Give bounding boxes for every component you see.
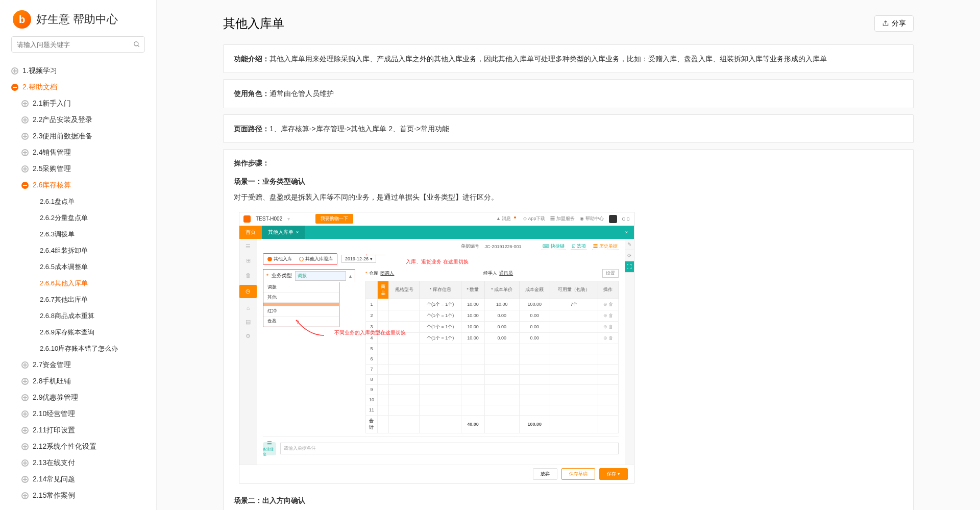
intro-text: 其他入库单用来处理除采购入库、产成品入库之外的其他入库业务，因此其他入库单可处理… [270, 55, 827, 63]
svg-point-0 [134, 42, 138, 46]
page-title: 其他入库单 [223, 15, 284, 32]
search-icon [133, 41, 140, 48]
main-content: 其他入库单 分享 功能介绍：其他入库单用来处理除采购入库、产成品入库之外的其他入… [157, 0, 980, 510]
doc-no-label: 单据编号 [461, 243, 479, 250]
nav-2-6-9[interactable]: 2.6.9库存账本查询 [11, 324, 145, 341]
app-topbar: TEST-H002 ▾ 我要购物一下 ▲ 消息 ◇ App下载 ☰ 加盟服务 ◉… [239, 212, 634, 226]
path-box: 页面路径：1、库存核算->库存管理->其他入库单 2、首页->常用功能 [223, 114, 914, 143]
nav-2-12[interactable]: 2.12系统个性化设置 [11, 439, 145, 455]
nav-2-13[interactable]: 2.13在线支付 [11, 455, 145, 471]
app-promo-button: 我要购物一下 [315, 214, 353, 224]
drop-item-2: 其他 [263, 293, 339, 303]
nav-2-10[interactable]: 2.10经营管理 [11, 406, 145, 422]
biz-type-input: 调拨 [295, 271, 346, 281]
side-icon-2: ⊞ [243, 256, 253, 265]
app-screenshot: TEST-H002 ▾ 我要购物一下 ▲ 消息 ◇ App下载 ☰ 加盟服务 ◉… [239, 212, 634, 483]
app-tab-active: 其他入库单 × [262, 226, 305, 239]
nav-2-6-2[interactable]: 2.6.2分量盘点单 [11, 210, 145, 226]
logo-text: 好生意 帮助中心 [36, 12, 118, 27]
annotation-text-2: 不同业务的入库类型在这里切换 [334, 329, 406, 336]
remark-row: ☰备注信息 请输入单据备注 [263, 436, 619, 460]
app-footer: 放弃 保存草稿 保存 ▾ [239, 465, 634, 483]
nav-2-6-7[interactable]: 2.6.7其他出库单 [11, 292, 145, 308]
app-menu-help: ◉ 帮助中心 [580, 215, 604, 222]
share-icon [882, 20, 889, 27]
radio-return: 其他入库退库 [299, 256, 333, 262]
app-user: C C [622, 216, 630, 222]
side-icon-7: ⚙ [243, 332, 253, 341]
nav-2-6[interactable]: 2.6库存核算 [11, 177, 145, 193]
app-tab-close: × [619, 226, 634, 239]
side-icon-3: 🗑 [243, 271, 253, 280]
annotation-arrow-1: ←――― [365, 252, 385, 257]
app-sidebar: ☰ ⊞ 🗑 ◷ ⌂ ▤ ⚙ [239, 239, 257, 465]
path-text: 1、库存核算->库存管理->其他入库单 2、首页->常用功能 [270, 125, 449, 133]
float-icon-2: ⟳ [625, 250, 634, 261]
app-menu-msg: ▲ 消息 [496, 215, 511, 222]
app-tab-home: 首页 [239, 226, 262, 239]
sidebar: b 好生意 帮助中心 1.视频学习 2.帮助文档 2.1新手入门 2.2产品安装… [0, 0, 157, 510]
annotation-text-1: 入库、退货业务 在这里切换 [406, 258, 469, 265]
role-box: 使用角色：通常由仓管人员维护 [223, 79, 914, 108]
path-label: 页面路径： [234, 125, 270, 133]
app-cancel-button: 放弃 [533, 468, 557, 480]
avatar-icon [609, 215, 617, 223]
action-history: ☰ 历史单据 [592, 243, 619, 250]
nav-video-learning[interactable]: 1.视频学习 [11, 63, 145, 79]
nav-2-3[interactable]: 2.3使用前数据准备 [11, 128, 145, 144]
search-input[interactable] [12, 37, 144, 52]
nav-2-6-1[interactable]: 2.6.1盘点单 [11, 193, 145, 210]
nav-2-14[interactable]: 2.14常见问题 [11, 471, 145, 488]
warehouse-field: *仓库 团调人 [365, 269, 395, 278]
nav-2-6-10[interactable]: 2.6.10库存账本错了怎么办 [11, 341, 145, 357]
radio-group-type: 其他入库 其他入库退库 [263, 253, 337, 265]
search-box[interactable] [11, 36, 145, 53]
app-main: 单据编号 JC-20191226-001 ⌨ 快捷键 ⊡ 选项 ☰ 历史单据 其… [257, 239, 625, 465]
nav-2-6-6[interactable]: 2.6.6其他入库单 [11, 275, 145, 292]
app-draft-button: 保存草稿 [561, 468, 595, 480]
close-icon: × [296, 230, 299, 235]
nav-2-5[interactable]: 2.5采购管理 [11, 161, 145, 177]
nav-2-6-5[interactable]: 2.6.5成本调整单 [11, 259, 145, 275]
scene2-title: 场景二：出入方向确认 [234, 496, 903, 505]
scene1-text: 对于受赠、盘盈或是拆装入库等不同的业务，是通过单据头【业务类型】进行区分。 [234, 190, 903, 204]
action-option: ⊡ 选项 [571, 243, 587, 250]
biz-type-field: *业务类型 调拨▴ [263, 269, 355, 282]
float-icon-1: ✎ [625, 239, 634, 250]
logo-row: b 好生意 帮助中心 [0, 10, 156, 36]
drop-item-1: 调拨 [263, 282, 339, 293]
share-button[interactable]: 分享 [874, 15, 914, 32]
nav-help-docs[interactable]: 2.帮助文档 [11, 79, 145, 95]
nav-2-9[interactable]: 2.9优惠券管理 [11, 390, 145, 406]
side-icon-active: ◷ [239, 285, 257, 298]
nav-2-6-8[interactable]: 2.6.8商品成本重算 [11, 308, 145, 324]
doc-no: JC-20191226-001 [484, 244, 521, 249]
app-menu-join: ☰ 加盟服务 [550, 215, 575, 222]
steps-box: 操作步骤： 场景一：业务类型确认 对于受赠、盘盈或是拆装入库等不同的业务，是通过… [223, 149, 914, 510]
nav-2-6-4[interactable]: 2.6.4组装拆卸单 [11, 242, 145, 259]
nav-2-4[interactable]: 2.4销售管理 [11, 144, 145, 161]
nav-2-11[interactable]: 2.11打印设置 [11, 422, 145, 439]
nav-2-7[interactable]: 2.7资金管理 [11, 357, 145, 373]
nav-2-6-3[interactable]: 2.6.3调拨单 [11, 226, 145, 242]
intro-box: 功能介绍：其他入库单用来处理除采购入库、产成品入库之外的其他入库业务，因此其他入… [223, 44, 914, 73]
role-label: 使用角色： [234, 89, 270, 98]
drop-item-4: 红冲 [263, 306, 339, 317]
nav-2-2[interactable]: 2.2产品安装及登录 [11, 112, 145, 128]
setting-button: 设置 [602, 269, 619, 278]
side-icon-6: ▤ [243, 318, 253, 327]
annotation-arrow-2 [293, 318, 329, 338]
svg-line-1 [138, 45, 139, 47]
app-logo-icon [243, 215, 251, 223]
nav-2-1[interactable]: 2.1新手入门 [11, 95, 145, 112]
app-tabs: 首页 其他入库单 × × [239, 226, 634, 239]
app-data-table: 商品 规格型号* 库存信息 * 数量* 成本单价 成本金额可用量（包装）操作 1… [365, 281, 619, 433]
logo-icon: b [13, 10, 31, 29]
app-test-label: TEST-H002 [256, 216, 282, 222]
remark-input: 请输入单据备注 [280, 443, 619, 454]
nav-2-8[interactable]: 2.8手机旺铺 [11, 373, 145, 390]
action-shortcut: ⌨ 快捷键 [542, 243, 566, 250]
radio-in: 其他入库 [267, 256, 292, 262]
role-text: 通常由仓管人员维护 [270, 89, 334, 98]
nav-2-15[interactable]: 2.15常作案例 [11, 488, 145, 504]
